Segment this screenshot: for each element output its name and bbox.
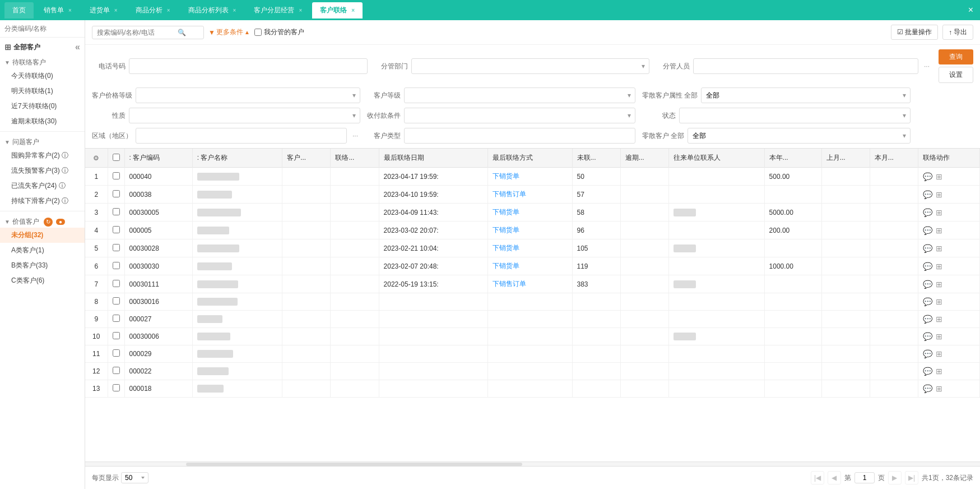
contact-method-link[interactable]: 下销货单 [493, 208, 519, 216]
grid-action-icon[interactable]: ⊞ [936, 208, 942, 217]
staff-select[interactable] [693, 58, 918, 74]
grid-action-icon[interactable]: ⊞ [936, 226, 942, 235]
chat-icon[interactable]: 💬 [923, 262, 932, 271]
chat-icon[interactable]: 💬 [923, 367, 932, 376]
tab-home[interactable]: 首页 [4, 2, 34, 19]
chat-icon[interactable]: 💬 [923, 384, 932, 393]
row-checkbox[interactable] [113, 172, 120, 179]
chat-icon[interactable]: 💬 [923, 190, 932, 199]
row-checkbox[interactable] [113, 226, 120, 233]
more-conditions-btn[interactable]: ▼ 更多条件 ▲ [208, 27, 250, 37]
status-select[interactable] [679, 108, 911, 123]
search-input[interactable] [97, 29, 175, 36]
row-checkbox[interactable] [113, 332, 120, 339]
contact-method-link[interactable]: 下销货单 [493, 172, 519, 180]
group-value-customers[interactable]: ▼ 价值客户 ↻ ● [0, 214, 85, 228]
tab-goods-analysis-list[interactable]: 商品分析列表 × [180, 2, 244, 19]
contact-method-link[interactable]: 下销货单 [493, 244, 519, 252]
zero-customer-select[interactable]: 全部 [688, 128, 911, 144]
payment-select[interactable] [404, 108, 635, 123]
grid-action-icon[interactable]: ⊞ [936, 297, 942, 306]
row-checkbox[interactable] [113, 315, 120, 322]
chat-icon[interactable]: 💬 [923, 280, 932, 289]
sidebar-item-tomorrow-pending[interactable]: 明天待联络(1) [0, 84, 85, 99]
zero-attr-select[interactable]: 全部 [701, 87, 911, 103]
row-checkbox[interactable] [113, 367, 120, 374]
grid-action-icon[interactable]: ⊞ [936, 315, 942, 324]
sidebar-item-class-b[interactable]: B类客户(33) [0, 258, 85, 273]
chat-icon[interactable]: 💬 [923, 226, 932, 235]
close-goods-analysis-tab[interactable]: × [167, 7, 170, 13]
close-all-tabs[interactable]: × [966, 3, 976, 17]
row-checkbox[interactable] [113, 280, 120, 287]
search-icon[interactable]: 🔍 [178, 29, 186, 36]
sidebar-item-class-a[interactable]: A类客户(1) [0, 243, 85, 258]
contact-method-link[interactable]: 下销货单 [493, 262, 519, 270]
group-problem-customers[interactable]: ▼ 问题客户 [0, 134, 85, 148]
grid-action-icon[interactable]: ⊞ [936, 332, 942, 341]
chat-icon[interactable]: 💬 [923, 349, 932, 358]
my-customers-checkbox[interactable] [254, 29, 262, 36]
customer-level-select[interactable] [404, 87, 635, 103]
region-more-btn[interactable]: ··· [350, 132, 360, 140]
row-checkbox[interactable] [113, 349, 120, 357]
chat-icon[interactable]: 💬 [923, 172, 932, 181]
row-checkbox[interactable] [113, 384, 120, 391]
row-checkbox[interactable] [113, 208, 120, 215]
sidebar-item-week-pending[interactable]: 近7天待联络(0) [0, 99, 85, 114]
export-button[interactable]: ↑ 导出 [942, 25, 973, 40]
grid-action-icon[interactable]: ⊞ [936, 384, 942, 393]
my-customers-filter[interactable]: 我分管的客户 [254, 27, 304, 37]
group-pending-contact[interactable]: ▼ 待联络客户 [0, 54, 85, 68]
region-select[interactable] [136, 128, 347, 144]
next-page-btn[interactable]: ▶ [888, 471, 902, 485]
tab-sales[interactable]: 销售单 × [36, 2, 80, 19]
property-select[interactable] [129, 108, 360, 123]
chat-icon[interactable]: 💬 [923, 297, 932, 306]
chat-icon[interactable]: 💬 [923, 332, 932, 341]
grid-action-icon[interactable]: ⊞ [936, 190, 942, 199]
dept-select[interactable] [411, 58, 650, 74]
price-level-select[interactable] [136, 87, 360, 103]
scrollbar-area[interactable] [85, 462, 980, 466]
customer-type-select[interactable] [404, 128, 635, 144]
row-checkbox[interactable] [113, 262, 120, 269]
sidebar-item-today-pending[interactable]: 今天待联络(0) [0, 68, 85, 84]
batch-op-button[interactable]: ☑ 批量操作 [891, 25, 938, 40]
sidebar-item-ungrouped[interactable]: 未分组(32) [0, 228, 85, 243]
tab-goods-analysis[interactable]: 商品分析 × [128, 2, 178, 19]
grid-action-icon[interactable]: ⊞ [936, 172, 942, 181]
last-page-btn[interactable]: ▶| [905, 471, 918, 485]
tab-purchase[interactable]: 进货单 × [82, 2, 126, 19]
select-all-checkbox[interactable] [113, 154, 120, 161]
query-button[interactable]: 查询 [939, 49, 973, 64]
reset-button[interactable]: 设置 [939, 67, 973, 83]
close-purchase-tab[interactable]: × [114, 7, 118, 13]
grid-action-icon[interactable]: ⊞ [936, 280, 942, 289]
grid-action-icon[interactable]: ⊞ [936, 367, 942, 376]
chat-icon[interactable]: 💬 [923, 244, 932, 253]
row-checkbox[interactable] [113, 297, 120, 305]
sidebar-item-class-c[interactable]: C类客户(6) [0, 273, 85, 288]
tab-customer-tier[interactable]: 客户分层经营 × [246, 2, 310, 19]
grid-action-icon[interactable]: ⊞ [936, 244, 942, 253]
close-customer-contact-tab[interactable]: × [351, 7, 355, 13]
sidebar-item-churned[interactable]: 已流失客户(24) ⓘ [0, 178, 85, 193]
sidebar-item-churn-warning[interactable]: 流失预警客户(3) ⓘ [0, 163, 85, 178]
row-checkbox[interactable] [113, 190, 120, 197]
phone-input[interactable] [129, 58, 368, 74]
grid-action-icon[interactable]: ⊞ [936, 262, 942, 271]
sidebar-item-overdue[interactable]: 逾期未联络(30) [0, 114, 85, 129]
h-scrollbar-thumb[interactable] [186, 463, 522, 466]
prev-page-btn[interactable]: ◀ [828, 471, 841, 485]
close-sales-tab[interactable]: × [68, 7, 72, 13]
tab-customer-contact[interactable]: 客户联络 × [312, 2, 363, 19]
page-size-select[interactable]: 50 20 100 [121, 472, 148, 483]
sidebar-search-input[interactable] [4, 25, 85, 33]
sidebar-item-declining[interactable]: 持续下滑客户(2) ⓘ [0, 193, 85, 209]
grid-action-icon[interactable]: ⊞ [936, 349, 942, 358]
contact-method-link[interactable]: 下销售订单 [493, 280, 526, 288]
page-number-input[interactable] [854, 472, 875, 483]
contact-method-link[interactable]: 下销售订单 [493, 190, 526, 198]
chat-icon[interactable]: 💬 [923, 208, 932, 217]
